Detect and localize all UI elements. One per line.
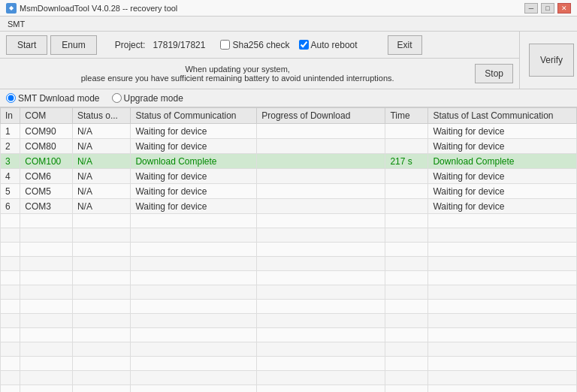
empty-cell (428, 342, 577, 357)
table-row: 2 COM80 N/A Waiting for device Waiting f… (1, 139, 577, 154)
sha256-checkbox-label[interactable]: Sha256 check (220, 40, 289, 50)
empty-cell (385, 257, 428, 271)
empty-cell (1, 243, 20, 257)
empty-cell (1, 385, 20, 393)
empty-row (1, 285, 577, 300)
stop-button[interactable]: Stop (475, 64, 513, 83)
auto-reboot-checkbox-label[interactable]: Auto reboot (299, 40, 358, 50)
empty-cell (72, 328, 131, 342)
smt-mode-label[interactable]: SMT Dwnload mode (6, 93, 100, 104)
empty-cell (257, 300, 385, 314)
cell-status: N/A (72, 139, 131, 154)
empty-cell (257, 371, 385, 385)
menu-smt[interactable]: SMT (5, 20, 28, 29)
empty-cell (72, 214, 131, 228)
cell-status: N/A (72, 124, 131, 139)
cell-progress (257, 154, 385, 169)
empty-cell (20, 228, 73, 243)
empty-cell (257, 228, 385, 243)
col-in: In (1, 108, 20, 124)
cell-last-status: Waiting for device (428, 184, 577, 199)
cell-comm-status: Waiting for device (131, 184, 257, 199)
empty-cell (428, 214, 577, 228)
empty-row (1, 342, 577, 357)
smt-mode-radio[interactable] (6, 93, 16, 103)
empty-cell (428, 357, 577, 371)
empty-cell (131, 385, 257, 393)
empty-cell (20, 371, 73, 385)
empty-cell (385, 228, 428, 243)
cell-time (385, 169, 428, 184)
empty-cell (131, 271, 257, 285)
cell-last-status: Waiting for device (428, 169, 577, 184)
cell-progress (257, 199, 385, 214)
cell-com: COM90 (20, 124, 73, 139)
empty-cell (131, 214, 257, 228)
empty-cell (72, 271, 131, 285)
empty-row (1, 243, 577, 257)
empty-cell (72, 357, 131, 371)
empty-cell (131, 228, 257, 243)
empty-row (1, 328, 577, 342)
empty-cell (131, 342, 257, 357)
menu-bar: SMT (0, 17, 577, 32)
table-row: 3 COM100 N/A Download Complete 217 s Dow… (1, 154, 577, 169)
empty-cell (1, 228, 20, 243)
cell-last-status: Waiting for device (428, 124, 577, 139)
sha256-checkbox[interactable] (220, 40, 230, 50)
empty-cell (428, 314, 577, 328)
empty-cell (20, 300, 73, 314)
empty-cell (20, 271, 73, 285)
table-body: 1 COM90 N/A Waiting for device Waiting f… (1, 124, 577, 393)
toolbar: Start Enum Project: 17819/17821 Sha256 c… (0, 32, 519, 59)
empty-cell (1, 328, 20, 342)
cell-progress (257, 124, 385, 139)
enum-button[interactable]: Enum (50, 35, 96, 55)
close-button[interactable]: ✕ (557, 3, 571, 14)
empty-cell (1, 285, 20, 300)
empty-row (1, 271, 577, 285)
empty-cell (385, 285, 428, 300)
upgrade-mode-label[interactable]: Upgrade mode (112, 93, 183, 104)
mode-row: SMT Dwnload mode Upgrade mode (0, 89, 577, 107)
cell-in: 4 (1, 169, 20, 184)
empty-row (1, 314, 577, 328)
empty-cell (428, 243, 577, 257)
cell-in: 3 (1, 154, 20, 169)
empty-cell (20, 285, 73, 300)
empty-cell (72, 300, 131, 314)
empty-cell (428, 385, 577, 393)
empty-cell (385, 314, 428, 328)
empty-cell (428, 257, 577, 271)
empty-row (1, 300, 577, 314)
empty-cell (20, 257, 73, 271)
exit-button[interactable]: Exit (388, 35, 422, 55)
info-line1: When updating your system, (6, 65, 469, 74)
empty-cell (428, 371, 577, 385)
cell-com: COM6 (20, 169, 73, 184)
table-container: In COM Status o... Status of Communicati… (0, 107, 577, 392)
empty-cell (385, 214, 428, 228)
empty-cell (72, 371, 131, 385)
empty-row (1, 257, 577, 271)
empty-cell (385, 357, 428, 371)
minimize-button[interactable]: ─ (524, 3, 538, 14)
cell-com: COM80 (20, 139, 73, 154)
cell-progress (257, 184, 385, 199)
maximize-button[interactable]: □ (541, 3, 554, 14)
col-status-o: Status o... (72, 108, 131, 124)
empty-cell (72, 228, 131, 243)
empty-cell (257, 243, 385, 257)
upgrade-mode-radio[interactable] (112, 93, 122, 103)
empty-cell (257, 214, 385, 228)
empty-cell (385, 243, 428, 257)
empty-cell (131, 314, 257, 328)
empty-cell (385, 371, 428, 385)
cell-status: N/A (72, 154, 131, 169)
verify-button[interactable]: Verify (529, 44, 574, 77)
empty-cell (257, 314, 385, 328)
project-area: Project: 17819/17821 Sha256 check Auto r… (115, 35, 422, 55)
start-button[interactable]: Start (6, 35, 47, 55)
auto-reboot-checkbox[interactable] (299, 40, 309, 50)
cell-com: COM5 (20, 184, 73, 199)
